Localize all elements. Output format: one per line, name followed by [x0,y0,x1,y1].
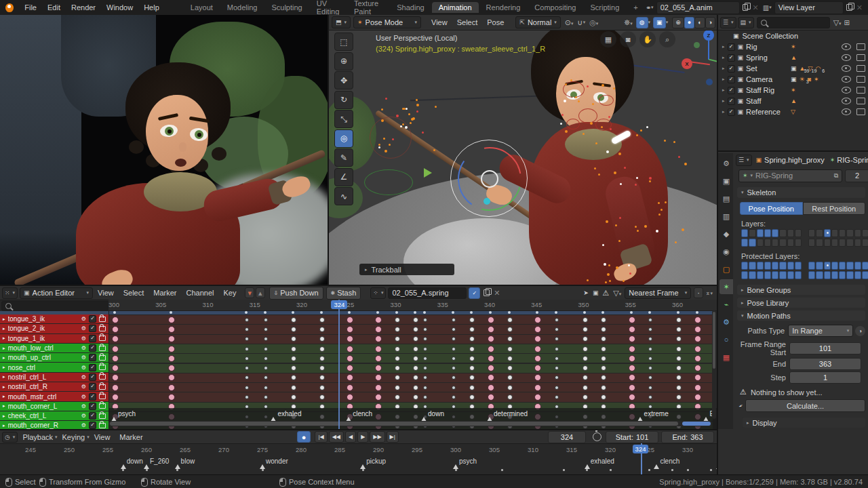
keyframe[interactable] [452,327,456,331]
keyframe[interactable] [469,365,475,371]
channel-cheek_ctrl_L[interactable]: ▸cheek_ctrl_L⚙✓ [0,411,108,420]
add-workspace-button[interactable]: + [627,2,644,13]
viewport-menu-select[interactable]: Select [452,18,483,26]
outliner-editor-type-button[interactable]: ☰▾ [720,17,736,28]
keyframe[interactable] [452,337,456,341]
keyframe[interactable] [291,385,296,390]
keyframe[interactable] [395,346,400,352]
workspace-tab-scripting[interactable]: Scripting [583,2,626,13]
properties-tab-object-icon[interactable]: ▢ [719,262,733,277]
keyframe[interactable] [507,317,513,323]
layer-toggle[interactable] [862,271,868,279]
key-row-nose_ctrl[interactable] [109,364,713,373]
channel-enable-checkbox[interactable]: ✓ [89,393,96,401]
keyframe[interactable] [507,346,513,352]
keyframe[interactable] [319,365,325,371]
breadcrumb-object[interactable]: Spring.high_proxy [764,156,825,164]
timeline-menu-playback[interactable]: Playback [18,433,58,441]
keyframe[interactable] [291,317,296,323]
mode-selector[interactable]: ✶ Pose Mode ▾ [353,16,421,28]
keyframe[interactable] [648,318,652,322]
layer-toggle[interactable] [854,229,861,237]
keyframe[interactable] [534,394,541,401]
layer-toggle[interactable] [824,229,831,237]
keyframe[interactable] [319,317,325,323]
keyframe[interactable] [395,356,400,361]
modifier-wrench-icon[interactable]: ⚙ [81,365,86,371]
keyframe[interactable] [694,384,701,391]
layer-toggle[interactable] [764,262,771,270]
layer-toggle[interactable] [839,229,846,237]
layer-toggle[interactable] [816,271,823,279]
visibility-checkbox[interactable]: ✓ [728,76,735,83]
warning-filter-icon[interactable]: ⚠ [602,289,609,298]
keyframe[interactable] [375,326,382,333]
channel-enable-checkbox[interactable]: ✓ [89,325,96,332]
properties-tab-bone-icon[interactable]: ⌁ [719,297,733,312]
keyframe[interactable] [112,384,119,391]
unlock-icon[interactable] [99,346,106,351]
timeline-marker-triangle[interactable] [654,464,659,469]
key-row-nostril_ctrl_R[interactable] [109,383,713,392]
pan-hand-icon[interactable]: ✋ [639,31,656,47]
keyframe[interactable] [375,394,382,401]
key-row-tongue_3_ik[interactable] [109,315,713,324]
menu-edit[interactable]: Edit [42,3,66,12]
keyframe[interactable] [319,336,325,342]
action-editor-mode-dropdown[interactable]: ▣ Action Editor▾ [20,287,93,299]
keyframe[interactable] [601,356,606,361]
properties-tab-view-layer-icon[interactable]: ▥ [719,209,733,224]
outliner-search-input[interactable] [757,17,830,28]
gizmo-toggle-icon[interactable]: ⛯▾ [624,18,632,27]
keyframe[interactable] [488,326,494,333]
layer-toggle[interactable] [862,239,868,247]
outliner-filter-icon[interactable]: ▽▾ [833,18,842,27]
paths-range-icon[interactable]: ◑ [855,326,865,336]
keyframe[interactable] [395,385,400,390]
snap-mode-dropdown[interactable]: Nearest Frame▾ [625,287,691,299]
unlock-icon[interactable] [99,403,106,409]
viewlayer-dropdown-caret[interactable]: ▾ [769,5,772,10]
keyframe[interactable] [583,317,588,323]
channel-enable-checkbox[interactable]: ✓ [89,335,96,342]
keyframe[interactable] [694,336,701,342]
keyframe[interactable] [488,374,494,381]
transform-orientation[interactable]: ⇱ Normal ▾ [515,16,561,28]
menu-render[interactable]: Render [66,3,101,12]
breadcrumb-data[interactable]: RIG-Spring [837,156,868,164]
frame-box-icon[interactable]: ▣ [593,289,599,296]
keyframe[interactable] [423,375,427,380]
layer-toggle[interactable] [862,262,868,270]
keyframe[interactable] [583,365,588,371]
keyframe[interactable] [245,375,249,380]
panel-skeleton[interactable]: ▾Skeleton [737,187,865,198]
keyframe[interactable] [469,327,475,332]
keyframe[interactable] [648,395,652,399]
layer-toggle[interactable] [831,239,838,247]
layer-toggle[interactable] [764,271,771,279]
layer-toggle[interactable] [824,262,831,270]
keyframe[interactable] [534,326,541,333]
viewlayer-copy-icon[interactable] [846,4,852,11]
properties-tab-texture-icon[interactable]: ▦ [719,350,733,365]
keyframe[interactable] [676,317,682,323]
layer-toggle[interactable] [824,239,831,247]
keyframe[interactable] [347,326,353,333]
falloff-curve-icon[interactable]: ⌅▾ [705,289,713,296]
menu-help[interactable]: Help [138,3,165,12]
viewlayer-icon[interactable]: ▥ [763,4,769,12]
scene-copy-icon[interactable] [743,4,749,11]
layer-toggle[interactable] [839,262,846,270]
keyframe[interactable] [648,386,652,390]
keyframe[interactable] [583,336,588,342]
dope-menu-select[interactable]: Select [119,289,149,297]
workspace-tab-compositing[interactable]: Compositing [528,2,583,13]
operator-panel-trackball[interactable]: ▸Trackball [359,264,454,275]
unlock-icon[interactable] [99,384,106,390]
keyframe[interactable] [629,355,635,362]
layer-toggle[interactable] [854,262,861,270]
keyframe[interactable] [469,336,475,342]
keyframe[interactable] [507,365,513,371]
menu-window[interactable]: Window [101,3,138,12]
key-row-mouth_up_ctrl[interactable] [109,354,713,363]
